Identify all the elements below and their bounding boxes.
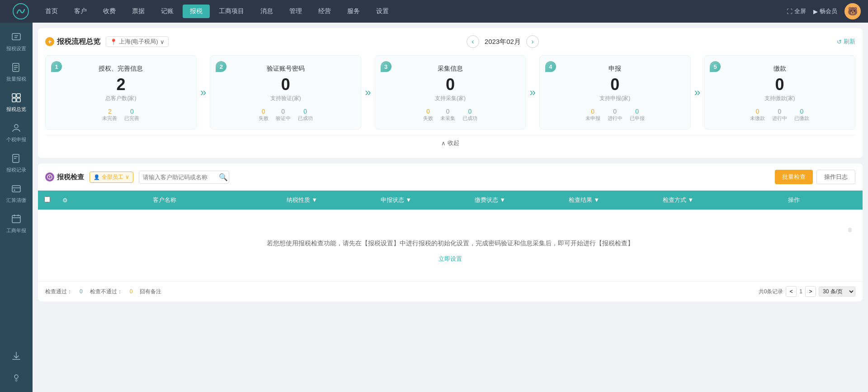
nav-fee[interactable]: 收费 [96,5,123,18]
step-3-stat-2: 0 已成功 [462,108,477,122]
svg-rect-11 [17,98,20,102]
nav-service[interactable]: 服务 [340,5,367,18]
sidebar-label-personal-tax: 个税申报 [6,136,26,143]
sidebar-item-settlement[interactable]: 汇算清缴 [0,178,33,208]
sidebar-item-download[interactable] [8,345,24,367]
nav-invoice[interactable]: 票据 [125,5,152,18]
col-check-result[interactable]: 检查结果 ▼ [537,191,631,210]
step-2-stats: 0 失败 0 验证中 0 已成功 [259,108,313,122]
per-page-select[interactable]: 30 条/页50 条/页100 条/页 [819,287,855,296]
step-3-card: 3 采集信息 0 支持采集(家) 0 失败 0 未采集 [375,55,526,129]
step-4-title: 申报 [609,65,621,73]
next-page-button[interactable]: > [805,286,816,297]
collapse-button[interactable]: ∧ 收起 [45,135,855,151]
batch-tax-icon [10,61,23,74]
avatar: 🐻 [844,3,861,19]
col-tax-type[interactable]: 纳税性质 ▼ [255,191,349,210]
arrow-1: » [197,55,210,129]
sidebar-label-tax-record: 报税记录 [6,167,26,173]
sidebar-label-tax-settings: 报税设置 [6,45,26,52]
select-all-checkbox[interactable] [44,196,50,202]
col-check-method[interactable]: 检查方式 ▼ [631,191,725,210]
check-pass-num[interactable]: 0 [80,288,83,295]
step-1-stats: 2 未完善 0 已完善 [102,108,139,122]
col-pay-status[interactable]: 缴费状态 ▼ [443,191,537,210]
check-pass-label: 检查通过： [45,288,72,296]
sidebar-item-tax-overview[interactable]: 报税总览 [0,87,33,117]
prev-month-button[interactable]: ‹ [467,35,479,48]
logo [7,3,34,19]
setup-link[interactable]: 立即设置 [439,255,462,263]
settlement-icon [10,182,23,195]
location-tag[interactable]: 📍 上海(电子税局) ∨ [106,36,169,47]
step-2-sub: 支持验证(家) [270,95,301,102]
col-report-status[interactable]: 申报状态 ▼ [349,191,443,210]
employee-filter[interactable]: 👤 全部员工 ∨ [90,172,133,183]
svg-rect-8 [12,94,16,97]
tax-overview-icon [10,91,23,104]
check-fail-num[interactable]: 0 [130,288,133,295]
sidebar-item-annual-report[interactable]: 工商年报 [0,208,33,239]
sidebar-item-personal-tax[interactable]: 个税申报 [0,117,33,148]
batch-check-button[interactable]: 批量检查 [775,170,813,184]
col-operations: 操作 [725,191,863,210]
nav-accounting[interactable]: 记账 [154,5,181,18]
search-input[interactable] [143,174,219,181]
step-5-title: 缴款 [774,65,786,73]
step-3-sub: 支持采集(家) [435,95,466,102]
location-icon [10,371,23,384]
nav-home[interactable]: 首页 [38,5,65,18]
content-area: + 报税流程总览 📍 上海(电子税局) ∨ ‹ 2023年02月 › ↺ 刷新 [33,23,868,392]
fullscreen-button[interactable]: ⛶ 全屏 [787,7,806,15]
nav-commerce[interactable]: 工商项目 [212,5,251,18]
step-5-stat-1: 0 进行中 [772,108,787,122]
nav-tax[interactable]: 报税 [183,5,210,18]
step-5-stat-0: 0 未缴款 [750,108,765,122]
tax-check-icon [45,172,54,182]
arrow-2: » [361,55,374,129]
tax-check-card: 报税检查 👤 全部员工 ∨ 🔍 批量检查 操作日志 [38,163,863,301]
sidebar: 报税设置 批量报税 报税总览 个税申报 报税记录 [0,23,33,392]
arrow-4: » [691,55,704,129]
step-1-title: 授权、完善信息 [99,65,143,73]
table: ⚙ 客户名称 纳税性质 ▼ 申报状态 ▼ 缴费状态 ▼ 检查结果 ▼ [38,191,863,281]
nav-settings[interactable]: 设置 [369,5,396,18]
step-2-stat-0: 0 失败 [259,108,269,122]
table-empty-state: 若您想使用报税检查功能，请先在【报税设置】中进行报税的初始化设置，完成密码验证和… [38,210,863,281]
download-icon [10,349,23,362]
operation-log-button[interactable]: 操作日志 [816,170,855,184]
svg-point-18 [14,190,15,191]
chevron-down-icon: ∨ [160,38,165,45]
member-button[interactable]: ▶ 畅会员 [813,7,837,15]
nav-customer[interactable]: 客户 [67,5,94,18]
refresh-button[interactable]: ↺ 刷新 [837,38,855,46]
steps-row: 1 授权、完善信息 2 总客户数(家) 2 未完善 0 已完善 [45,55,855,129]
step-5-num: 5 [710,61,721,72]
overview-plus-icon: + [45,37,54,46]
step-4-stats: 0 未申报 0 进行中 0 已申报 [585,108,645,122]
step-1-main-num: 2 [116,76,125,93]
annual-report-icon [10,213,23,225]
sidebar-item-tax-settings[interactable]: 报税设置 [0,26,33,57]
step-2-main-num: 0 [281,76,290,93]
empty-hint-text: 若您想使用报税检查功能，请先在【报税设置】中进行报税的初始化设置，完成密码验证和… [267,239,634,248]
current-page: 1 [799,288,802,295]
search-box: 🔍 [139,171,229,184]
gear-icon[interactable]: ⚙ [62,197,68,204]
nav-operation[interactable]: 经营 [311,5,338,18]
sidebar-item-tax-record[interactable]: 报税记录 [0,148,33,178]
nav-message[interactable]: 消息 [253,5,280,18]
nav-management[interactable]: 管理 [282,5,309,18]
first-page-button[interactable]: < [786,286,797,297]
checkbox-col[interactable] [38,191,56,209]
svg-rect-19 [12,215,20,223]
sidebar-label-settlement: 汇算清缴 [6,197,26,204]
svg-point-24 [14,375,18,378]
step-1-card: 1 授权、完善信息 2 总客户数(家) 2 未完善 0 已完善 [45,55,197,129]
svg-rect-1 [12,33,20,40]
sidebar-item-location[interactable] [8,367,24,388]
tax-record-icon [10,152,23,165]
step-4-num: 4 [545,61,556,72]
next-month-button[interactable]: › [526,35,539,48]
sidebar-item-batch-tax[interactable]: 批量报税 [0,57,33,87]
